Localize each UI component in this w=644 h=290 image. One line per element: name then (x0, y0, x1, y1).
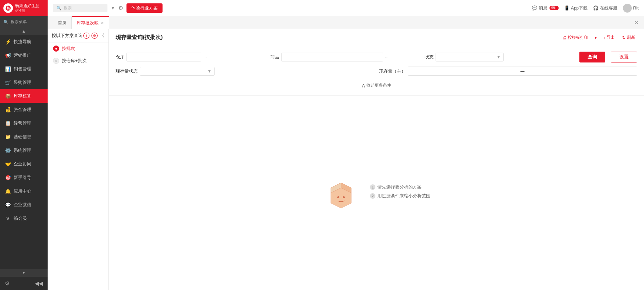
sidebar-item-marketing[interactable]: 📢 营销推广 (0, 49, 48, 62)
sidebar-item-label: 畅会员 (14, 215, 27, 221)
user-area[interactable]: Rit (623, 4, 639, 13)
tab-batch-stock[interactable]: 库存批次账 ✕ (72, 16, 109, 29)
sidebar-item-members[interactable]: V 畅会员 (0, 212, 48, 225)
phone-icon: 📱 (564, 5, 570, 11)
stock-amount-to[interactable] (527, 69, 555, 74)
empty-content: 1 请先选择要分析的方案 2 用过滤条件来缩小分析范围 (322, 174, 430, 212)
sidebar-item-purchase[interactable]: 🛒 采购管理 (0, 76, 48, 89)
filter-settings-btn[interactable]: 设置 (611, 52, 637, 62)
refresh-btn[interactable]: ↻ 刷新 (620, 33, 637, 42)
sidebar-item-label: 营销推广 (14, 52, 31, 58)
collapse-conditions-btn[interactable]: ⋀ 收起更多条件 (116, 80, 637, 90)
chevron-up-icon: ⋀ (362, 83, 365, 88)
warehouse-filter-group: 仓库 ··· (116, 53, 265, 61)
svg-point-6 (343, 196, 345, 198)
sidebar-item-label: 销售管理 (14, 66, 31, 72)
scheme-settings-btn[interactable]: ⚙ (91, 33, 98, 39)
goods-label: 商品 (270, 54, 279, 60)
topbar-right: 💬 消息 99+ 📱 App下载 🎧 在线客服 Rit (532, 4, 639, 13)
scheme-dot-warehouse-batch: ○ (53, 58, 59, 64)
scheme-panel: 按以下方案查询 + ⚙ 《 ● 按批次 ○ 按仓库+批次 (48, 29, 109, 290)
topbar-search-bar[interactable]: 🔍 搜索 (53, 4, 107, 12)
close-page-btn[interactable]: ✕ (634, 19, 639, 26)
app-title: 畅康通好生意 标准版 (15, 3, 39, 13)
members-icon: V (5, 215, 11, 221)
scroll-up-btn[interactable]: ▲ (0, 28, 48, 35)
refresh-icon: ↻ (622, 35, 626, 40)
quick-nav-icon: ⚡ (5, 39, 11, 45)
online-service-btn[interactable]: 🎧 在线客服 (593, 5, 617, 11)
print-icon: 🖨 (562, 35, 566, 40)
stock-amount-dash: — (521, 69, 525, 74)
print-btn[interactable]: 🖨 按模板打印 (560, 33, 590, 42)
sidebar-item-system[interactable]: ⚙️ 系统管理 (0, 144, 48, 157)
scheme-dot-batch: ● (53, 46, 59, 52)
user-avatar (623, 4, 632, 13)
sidebar-item-sales[interactable]: 📊 销售管理 (0, 62, 48, 76)
right-content: 现存量查询(按批次) 🖨 按模板打印 ▼ ↑ 导出 ↻ 刷新 (109, 29, 644, 290)
operation-icon: 📋 (5, 120, 11, 126)
stock-amount-filter-group: 现存量（主） — (379, 67, 637, 76)
audio-icon[interactable]: ◀◀ (35, 280, 43, 287)
export-btn[interactable]: ↑ 导出 (601, 33, 617, 42)
scheme-panel-header: 按以下方案查询 + ⚙ 《 (48, 29, 108, 42)
stock-status-select[interactable]: ▼ (140, 67, 215, 76)
app-download-btn[interactable]: 📱 App下载 (564, 5, 588, 11)
stock-amount-label: 现存量（主） (379, 68, 406, 74)
filter-area: 仓库 ··· 商品 ··· 状态 ▼ (109, 46, 644, 95)
stock-amount-from[interactable] (491, 69, 518, 74)
scheme-item-warehouse-batch-label: 按仓库+批次 (62, 58, 87, 64)
topbar-gear-icon[interactable]: ⚙ (118, 5, 123, 11)
marketing-icon: 📢 (5, 52, 11, 58)
tip-num-2: 2 (370, 193, 375, 199)
add-scheme-btn[interactable]: + (83, 33, 89, 39)
sidebar-search[interactable]: 🔍 搜索菜单 (0, 16, 48, 28)
warehouse-label: 仓库 (116, 54, 124, 60)
stock-status-filter-group: 现存量状态 ▼ (116, 67, 374, 76)
sidebar-item-enterprise-wechat[interactable]: 💬 企业微信 (0, 198, 48, 212)
sidebar-item-enterprise[interactable]: 🤝 企业协同 (0, 157, 48, 171)
warehouse-input[interactable] (126, 53, 201, 61)
purchase-icon: 🛒 (5, 79, 11, 86)
page-title: 现存量查询(按批次) (116, 34, 163, 41)
tab-home[interactable]: 首页 (53, 16, 72, 29)
sidebar-item-finance[interactable]: 💰 资金管理 (0, 103, 48, 116)
trial-button[interactable]: 体验行业方案 (126, 3, 163, 13)
topbar-search-label: 搜索 (64, 5, 72, 11)
sidebar-item-basic[interactable]: 📁 基础信息 (0, 130, 48, 144)
sidebar-item-label: 采购管理 (14, 79, 31, 86)
export-icon: ↑ (603, 35, 605, 40)
content-area: 按以下方案查询 + ⚙ 《 ● 按批次 ○ 按仓库+批次 现存量查询(按批次) (48, 29, 644, 290)
messages-btn[interactable]: 💬 消息 99+ (532, 5, 559, 11)
query-btn[interactable]: 查询 (579, 52, 605, 62)
stock-status-label: 现存量状态 (116, 68, 138, 74)
sidebar-item-quick-nav[interactable]: ⚡ 快捷导航 (0, 35, 48, 49)
warehouse-more-btn[interactable]: ··· (203, 54, 207, 60)
tip-num-1: 1 (370, 184, 375, 190)
goods-input[interactable] (281, 53, 383, 61)
sidebar-item-newbie[interactable]: 🎯 新手引导 (0, 171, 48, 184)
stock-status-chevron: ▼ (207, 69, 211, 74)
app-center-icon: 🔔 (5, 188, 11, 194)
settings-icon[interactable]: ⚙ (5, 280, 10, 287)
scheme-collapse-btn[interactable]: 《 (100, 33, 104, 39)
print-dropdown-btn[interactable]: ▼ (594, 35, 598, 40)
scheme-item-warehouse-batch[interactable]: ○ 按仓库+批次 (48, 55, 108, 67)
sidebar-header: 畅 畅康通好生意 标准版 (0, 0, 48, 16)
svg-point-5 (337, 196, 339, 198)
topbar-dropdown[interactable]: ▼ (111, 6, 115, 11)
sidebar-item-app-center[interactable]: 🔔 应用中心 (0, 184, 48, 198)
system-icon: ⚙️ (5, 147, 11, 153)
scroll-down-btn[interactable]: ▼ (0, 269, 48, 276)
basic-icon: 📁 (5, 134, 11, 140)
tab-close-icon[interactable]: ✕ (101, 21, 104, 25)
status-select[interactable]: ▼ (436, 53, 504, 61)
sidebar-item-operation[interactable]: 📋 经营管理 (0, 116, 48, 130)
sidebar: 畅 畅康通好生意 标准版 🔍 搜索菜单 ▲ ⚡ 快捷导航 📢 营销推广 📊 销售… (0, 0, 48, 290)
sidebar-nav: ⚡ 快捷导航 📢 营销推广 📊 销售管理 🛒 采购管理 📦 库存核算 💰 资金管… (0, 35, 48, 269)
goods-more-btn[interactable]: ··· (385, 54, 389, 60)
scheme-item-batch[interactable]: ● 按批次 (48, 42, 108, 55)
main-area: 🔍 搜索 ▼ ⚙ 体验行业方案 💬 消息 99+ 📱 App下载 🎧 在线客服 (48, 0, 644, 290)
sidebar-item-label: 库存核算 (14, 93, 31, 99)
sidebar-item-inventory[interactable]: 📦 库存核算 (0, 89, 48, 103)
